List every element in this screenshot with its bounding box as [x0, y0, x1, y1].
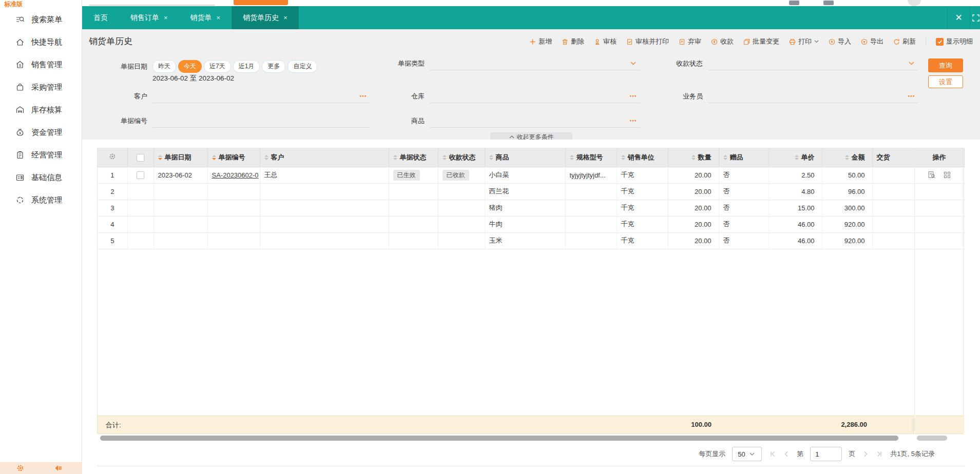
chevron-down-icon[interactable]: [630, 62, 636, 65]
column-doc-no[interactable]: 单据编号: [207, 148, 260, 167]
sidebar-item-operations[interactable]: 经营管理: [0, 144, 82, 166]
table-row[interactable]: 5 玉米 千克 20.00 否 46.00 920.00: [98, 232, 964, 249]
sidebar-item-sales[interactable]: $ 销售管理: [0, 53, 82, 76]
picker-ellipsis-icon[interactable]: ⋯: [908, 92, 915, 100]
date-range-value[interactable]: 2023-06-02 至 2023-06-02: [152, 74, 234, 83]
settings-gear-icon[interactable]: [16, 464, 24, 472]
sidebar-item-quick-nav[interactable]: 快捷导航: [0, 31, 82, 53]
chevron-down-icon[interactable]: [909, 62, 914, 65]
column-spec[interactable]: 规格型号: [565, 148, 617, 167]
column-settings[interactable]: [98, 148, 127, 167]
horizontal-scrollbar[interactable]: [100, 436, 898, 441]
column-doc-status[interactable]: 单据状态: [389, 148, 438, 167]
select-all-checkbox[interactable]: [127, 148, 153, 167]
sort-icon[interactable]: [393, 155, 397, 160]
sidebar-item-search-menu[interactable]: 搜索菜单: [0, 8, 82, 31]
sidebar-item-purchase[interactable]: 采购管理: [0, 76, 82, 98]
last-page-icon[interactable]: [876, 451, 882, 457]
sort-icon[interactable]: [212, 155, 216, 160]
table-row[interactable]: 4 牛肉 千克 20.00 否 46.00 920.00: [98, 216, 964, 232]
close-tab-icon[interactable]: ×: [283, 14, 287, 22]
tab-sales-order[interactable]: 销售订单×: [119, 6, 179, 29]
audit-button[interactable]: 审核: [594, 37, 617, 46]
settings-button[interactable]: 设置: [928, 75, 963, 88]
column-unit[interactable]: 销售单位: [617, 148, 668, 167]
sort-icon[interactable]: [489, 155, 493, 160]
column-doc-date[interactable]: 单据日期: [153, 148, 207, 167]
close-tab-icon[interactable]: ×: [164, 14, 168, 22]
preset-more[interactable]: 更多: [262, 60, 285, 73]
column-amount[interactable]: 金额: [822, 148, 872, 167]
product-input[interactable]: ⋯: [430, 114, 640, 128]
tab-sales-delivery-history[interactable]: 销货单历史×: [232, 6, 299, 29]
collapse-sidebar-icon[interactable]: [54, 465, 62, 471]
prev-page-icon[interactable]: [784, 451, 789, 457]
sort-icon[interactable]: [723, 155, 727, 160]
sort-icon[interactable]: [691, 155, 696, 160]
sort-icon[interactable]: [621, 155, 625, 160]
discard-audit-button[interactable]: 弃审: [679, 37, 701, 46]
close-tab-icon[interactable]: ×: [217, 14, 221, 22]
delete-button[interactable]: 删除: [562, 37, 584, 46]
first-page-icon[interactable]: [770, 451, 776, 457]
column-delivery[interactable]: 交货: [872, 148, 914, 167]
sort-icon[interactable]: [845, 155, 849, 160]
doc-type-input[interactable]: [430, 57, 640, 70]
preset-today[interactable]: 今天: [178, 60, 202, 73]
view-detail-icon[interactable]: [928, 171, 936, 179]
header-icon[interactable]: [789, 1, 799, 5]
picker-ellipsis-icon[interactable]: ⋯: [359, 92, 367, 100]
sidebar-item-funds[interactable]: ¥ 资金管理: [0, 121, 82, 144]
per-page-select[interactable]: 50: [732, 447, 762, 461]
row-checkbox[interactable]: [127, 167, 153, 183]
sort-icon[interactable]: [264, 155, 268, 160]
column-qty[interactable]: 数量: [668, 148, 719, 167]
picker-ellipsis-icon[interactable]: ⋯: [629, 116, 637, 125]
customer-input[interactable]: ⋯: [152, 90, 370, 103]
warehouse-input[interactable]: ⋯: [430, 90, 640, 103]
import-button[interactable]: 导入: [829, 37, 851, 46]
salesman-input[interactable]: ⋯: [708, 90, 918, 103]
column-customer[interactable]: 客户: [260, 148, 389, 167]
doc-no-input[interactable]: [152, 114, 370, 128]
sidebar-item-basic-info[interactable]: 基础信息: [0, 166, 82, 189]
table-row[interactable]: 3 猪肉 千克 20.00 否 15.00 300.00: [98, 200, 964, 216]
doc-link[interactable]: SA-20230602-0: [212, 171, 259, 179]
search-button[interactable]: 查询: [928, 58, 963, 72]
receive-payment-button[interactable]: 收款: [711, 37, 734, 46]
export-button[interactable]: 导出: [861, 37, 883, 46]
sort-icon[interactable]: [570, 155, 574, 160]
sort-icon[interactable]: [443, 155, 447, 160]
header-icon[interactable]: [823, 1, 834, 5]
checkbox-icon[interactable]: [137, 171, 144, 179]
picker-ellipsis-icon[interactable]: ⋯: [629, 92, 637, 100]
preset-yesterday[interactable]: 昨天: [152, 60, 176, 73]
more-grid-icon[interactable]: [944, 171, 951, 179]
receipt-status-input[interactable]: [708, 57, 918, 70]
table-row[interactable]: 1 2023-06-02 SA-20230602-0 王总 已生效 已收款 小白…: [98, 167, 964, 183]
sidebar-item-system[interactable]: 系统管理: [0, 189, 82, 211]
column-price[interactable]: 单价: [768, 148, 822, 167]
sidebar-item-inventory[interactable]: 库存核算: [0, 98, 82, 121]
preset-custom[interactable]: 自定义: [287, 60, 317, 73]
print-button[interactable]: 打印: [789, 37, 819, 46]
avatar[interactable]: [908, 0, 921, 6]
horizontal-scrollbar-end[interactable]: [917, 436, 947, 441]
table-row[interactable]: 2 西兰花 千克 20.00 否 4.80 96.00: [98, 183, 964, 200]
add-button[interactable]: 新增: [529, 37, 552, 46]
page-number-input[interactable]: [810, 447, 842, 461]
header-orange-button[interactable]: [234, 0, 288, 5]
preset-last1month[interactable]: 近1月: [233, 60, 260, 73]
column-pay-status[interactable]: 收款状态: [438, 148, 485, 167]
next-page-icon[interactable]: [863, 451, 868, 457]
sort-icon[interactable]: [158, 155, 162, 160]
fullscreen-icon[interactable]: [970, 6, 980, 29]
checkbox-icon[interactable]: [137, 154, 144, 162]
column-product[interactable]: 商品: [485, 148, 565, 167]
column-gift[interactable]: 赠品: [719, 148, 768, 167]
audit-print-button[interactable]: 审核并打印: [626, 37, 669, 46]
tab-home[interactable]: 首页: [82, 6, 119, 29]
refresh-button[interactable]: 刷新: [893, 37, 916, 46]
sort-icon[interactable]: [795, 155, 799, 160]
tab-sales-delivery[interactable]: 销货单×: [179, 6, 232, 29]
